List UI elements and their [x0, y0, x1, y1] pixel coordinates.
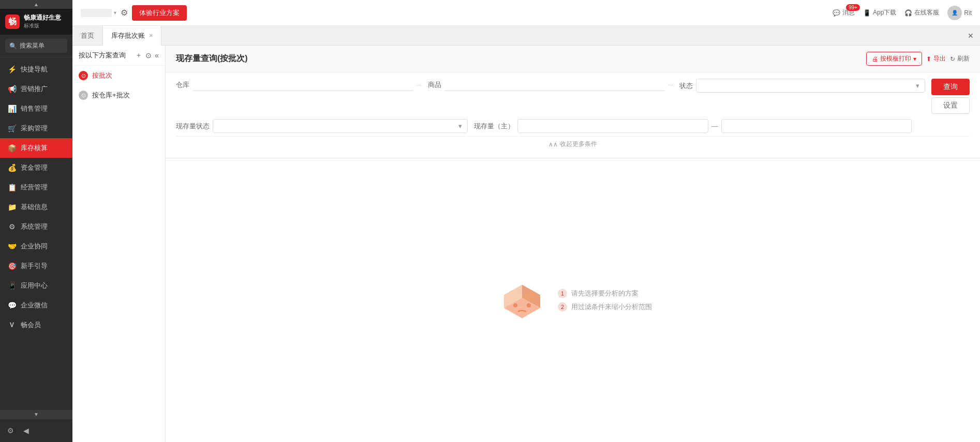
collapse-conditions-bar[interactable]: ∧∧ 收起更多条件	[176, 136, 970, 152]
sidebar-item-operation[interactable]: 📋 经营管理	[0, 178, 72, 197]
product-label: 商品	[428, 80, 441, 90]
app-download-action[interactable]: 📱 App下载	[863, 8, 896, 17]
print-icon: 🖨	[872, 55, 878, 63]
tab-inventory-batch[interactable]: 库存批次账 ×	[103, 26, 161, 46]
add-plan-icon[interactable]: ＋	[135, 51, 142, 60]
home-tab-label: 首页	[81, 31, 94, 40]
sidebar-settings-button[interactable]: ⚙	[5, 424, 16, 437]
sidebar-footer: ⚙ ◀	[0, 419, 72, 442]
tab-close-all-button[interactable]: ✕	[961, 32, 980, 40]
sidebar-item-quick-nav[interactable]: ⚡ 快捷导航	[0, 60, 72, 79]
plan-collapse-icon[interactable]: «	[155, 51, 159, 60]
sidebar-item-marketing[interactable]: 📢 营销推广	[0, 79, 72, 99]
collapse-up-icon: ∧∧	[548, 141, 558, 148]
member-icon: V	[7, 320, 17, 330]
product-filter: 商品 ···	[428, 79, 674, 91]
avatar: 👤	[947, 6, 962, 20]
close-all-icon: ✕	[968, 32, 974, 40]
warehouse-more-icon[interactable]: ···	[417, 81, 422, 89]
empty-state: 1 请先选择要分析的方案 2 用过滤条件来缩小分析范围	[166, 158, 980, 442]
content-area: 按以下方案查询 ＋ ⊙ « ⊙ 按批次 ⊙ 按仓库+批次 现存量查询(按批次)	[72, 46, 980, 442]
company-selector[interactable]: ▾	[81, 9, 116, 17]
warehouse-label: 仓库	[176, 80, 189, 90]
user-name: Rit	[964, 9, 972, 17]
warehouse-input[interactable]	[192, 79, 413, 91]
inventory-status-label: 现存量状态	[176, 122, 210, 131]
sidebar-nav: ⚡ 快捷导航 📢 营销推广 📊 销售管理 🛒 采购管理 📦 库存核算 💰 资金管…	[0, 57, 72, 410]
query-button[interactable]: 查询	[931, 79, 970, 95]
online-service-action[interactable]: 🎧 在线客服	[904, 8, 939, 17]
plan-by-warehouse-batch-label: 按仓库+批次	[92, 91, 130, 100]
sidebar-item-inventory[interactable]: 📦 库存核算	[0, 138, 72, 158]
wechat-icon: 💬	[7, 301, 17, 310]
left-panel-icons: ＋ ⊙ «	[135, 51, 159, 60]
sidebar: ▲ 畅 畅康通好生意 标准版 🔍 搜索菜单 ⚡ 快捷导航 📢 营销推广 📊 销售…	[0, 0, 72, 442]
sidebar-item-system[interactable]: ⚙ 系统管理	[0, 217, 72, 237]
main-area: ▾ ⚙ 体验行业方案 💬 消息 99+ 📱 App下载 🎧 在线客服 👤 Rit	[72, 0, 980, 442]
sidebar-item-purchase[interactable]: 🛒 采购管理	[0, 119, 72, 138]
collab-icon: 🤝	[7, 242, 17, 251]
print-dropdown-icon[interactable]: ▾	[913, 55, 916, 63]
export-button[interactable]: ⬆ 导出	[926, 54, 946, 63]
product-more-icon[interactable]: ···	[668, 81, 673, 89]
settings-button[interactable]: 设置	[931, 97, 970, 114]
status-dropdown[interactable]: ▾	[696, 79, 925, 93]
tab-close-icon[interactable]: ×	[149, 32, 153, 39]
plan-item-by-warehouse-batch[interactable]: ⊙ 按仓库+批次	[72, 85, 165, 105]
sidebar-collapse-button[interactable]: ◀	[21, 424, 31, 437]
empty-state-svg	[494, 274, 551, 331]
sales-icon: 📊	[7, 104, 17, 113]
quick-nav-icon: ⚡	[7, 65, 17, 74]
inventory-status-dropdown[interactable]: ▾	[213, 119, 468, 133]
inventory-status-arrow: ▾	[458, 122, 462, 130]
topbar-settings-icon[interactable]: ⚙	[121, 8, 128, 18]
sidebar-scroll-down[interactable]: ▼	[0, 410, 72, 419]
inventory-status-filter: 现存量状态 ▾	[176, 119, 468, 133]
page-header: 现存量查询(按批次) 🖨 按模板打印 ▾ ⬆ 导出 ↻ 刷新	[166, 46, 980, 72]
newbie-icon: 🎯	[7, 261, 17, 271]
sidebar-item-wechat[interactable]: 💬 企业微信	[0, 296, 72, 315]
user-avatar[interactable]: 👤 Rit	[947, 6, 972, 20]
refresh-icon: ↻	[950, 55, 955, 63]
svg-point-6	[527, 303, 531, 307]
sidebar-scroll-up[interactable]: ▲	[0, 0, 72, 9]
app-subtitle: 标准版	[24, 22, 61, 30]
inventory-range-end[interactable]	[721, 119, 912, 133]
plan-active-icon: ⊙	[79, 71, 88, 80]
tip-num-1: 1	[558, 289, 567, 298]
sidebar-item-newbie[interactable]: 🎯 新手引导	[0, 256, 72, 276]
left-panel: 按以下方案查询 ＋ ⊙ « ⊙ 按批次 ⊙ 按仓库+批次	[72, 46, 166, 442]
purchase-icon: 🛒	[7, 124, 17, 133]
sidebar-header: 畅 畅康通好生意 标准版	[0, 9, 72, 35]
left-panel-title: 按以下方案查询	[79, 51, 126, 60]
search-menu-button[interactable]: 🔍 搜索菜单	[5, 39, 67, 53]
status-label: 状态	[679, 81, 693, 91]
filter-area: 仓库 ··· 商品 ··· 状态	[166, 72, 980, 158]
print-button[interactable]: 🖨 按模板打印 ▾	[866, 52, 922, 66]
plan-by-batch-label: 按批次	[92, 71, 112, 80]
app-download-icon: 📱	[863, 9, 871, 17]
product-input[interactable]	[444, 79, 665, 91]
sidebar-item-apps[interactable]: 📱 应用中心	[0, 276, 72, 296]
empty-tip-1: 1 请先选择要分析的方案	[558, 289, 652, 298]
sidebar-item-basic[interactable]: 📁 基础信息	[0, 197, 72, 217]
plan-item-by-batch[interactable]: ⊙ 按批次	[72, 66, 165, 85]
sidebar-item-sales[interactable]: 📊 销售管理	[0, 99, 72, 119]
message-action[interactable]: 💬 消息 99+	[833, 8, 855, 17]
sidebar-item-finance[interactable]: 💰 资金管理	[0, 158, 72, 178]
status-filter: 状态 ▾	[679, 79, 925, 93]
inventory-main-filter: 现存量（主） —	[474, 119, 912, 133]
tabbar: 首页 库存批次账 × ✕	[72, 26, 980, 46]
plan-inactive-icon: ⊙	[79, 91, 88, 100]
tab-home[interactable]: 首页	[72, 26, 103, 46]
sidebar-item-member[interactable]: V 畅会员	[0, 315, 72, 335]
plan-settings-icon[interactable]: ⊙	[145, 51, 152, 60]
inventory-main-label: 现存量（主）	[474, 122, 514, 131]
topbar-left: ▾ ⚙ 体验行业方案	[81, 5, 826, 21]
basic-icon: 📁	[7, 202, 17, 212]
refresh-button[interactable]: ↻ 刷新	[950, 54, 970, 63]
inventory-range-start[interactable]	[517, 119, 708, 133]
inventory-icon: 📦	[7, 143, 17, 153]
trial-button[interactable]: 体验行业方案	[132, 5, 187, 21]
sidebar-item-collab[interactable]: 🤝 企业协同	[0, 237, 72, 256]
